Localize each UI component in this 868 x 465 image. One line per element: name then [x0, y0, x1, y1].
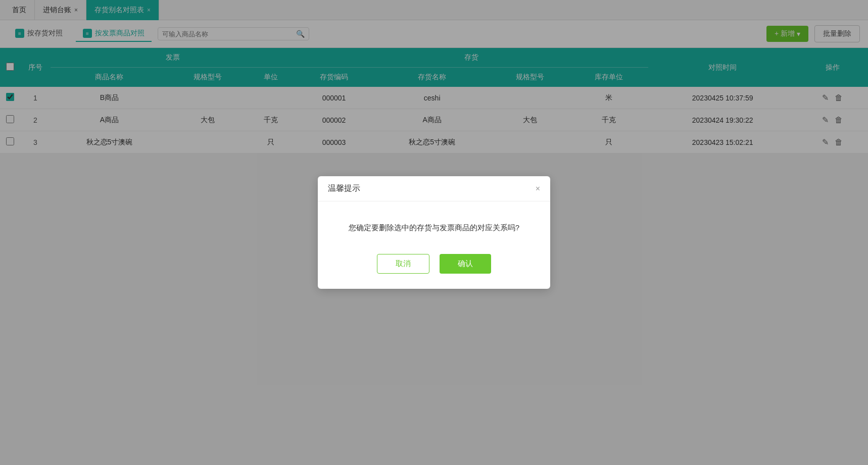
modal-overlay: 温馨提示 × 您确定要删除选中的存货与发票商品的对应关系吗? 取消 确认 [0, 0, 868, 153]
